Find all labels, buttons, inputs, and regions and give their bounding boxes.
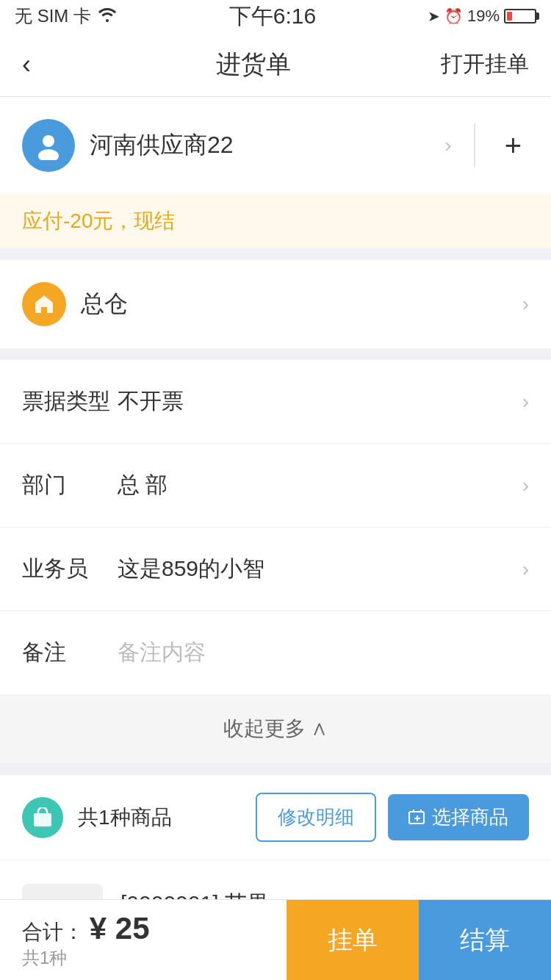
warehouse-chevron-icon: › (522, 292, 529, 316)
warning-text: 应付-20元，现结 (22, 209, 175, 232)
form-section: 票据类型 不开票 › 部门 总 部 › 业务员 这是859的小智 › 备注 备注… (0, 360, 551, 694)
svg-rect-3 (34, 813, 51, 826)
remark-row[interactable]: 备注 备注内容 (0, 611, 551, 694)
battery-percent: 19% (467, 7, 500, 26)
invoice-row[interactable]: 票据类型 不开票 › (0, 360, 551, 444)
products-header: 共1种商品 修改明细 选择商品 (0, 775, 551, 860)
products-count: 共1种商品 (78, 804, 256, 832)
content: 河南供应商22 › + 应付-20元，现结 总仓 › 票据类型 不开票 › 部门… (0, 97, 551, 980)
supplier-divider (474, 123, 475, 167)
collapse-row[interactable]: 收起更多 ∧ (0, 694, 551, 763)
svg-rect-2 (41, 307, 47, 313)
products-icon (22, 797, 63, 838)
hang-button[interactable]: 挂单 (287, 900, 419, 981)
supplier-section: 河南供应商22 › + (0, 97, 551, 194)
wifi-icon (97, 6, 118, 26)
status-bar: 无 SIM 卡 下午6:16 ➤ ⏰ 19% (0, 0, 551, 32)
sales-value: 这是859的小智 (118, 554, 522, 584)
invoice-chevron-icon: › (522, 390, 529, 414)
supplier-chevron-icon: › (444, 134, 451, 157)
bottom-total: 合计： ¥ 25 共1种 (0, 911, 287, 970)
open-hang-button[interactable]: 打开挂单 (441, 49, 529, 79)
sales-chevron-icon: › (522, 558, 529, 581)
add-supplier-button[interactable]: + (497, 129, 529, 162)
nav-title: 进货单 (216, 48, 291, 82)
carrier-label: 无 SIM 卡 (15, 4, 91, 28)
checkout-button[interactable]: 结算 (419, 900, 551, 981)
dept-value: 总 部 (118, 470, 522, 500)
total-count: 共1种 (22, 946, 264, 970)
nav-bar: ‹ 进货单 打开挂单 (0, 32, 551, 97)
svg-point-1 (38, 149, 59, 160)
location-icon: ➤ (428, 7, 440, 25)
warehouse-icon (22, 282, 66, 326)
battery-icon (504, 9, 536, 24)
supplier-row[interactable]: 河南供应商22 › + (0, 97, 551, 194)
warehouse-row[interactable]: 总仓 › (0, 260, 551, 348)
back-button[interactable]: ‹ (22, 49, 66, 80)
bottom-bar: 合计： ¥ 25 共1种 挂单 结算 (0, 899, 551, 980)
sales-row[interactable]: 业务员 这是859的小智 › (0, 527, 551, 611)
supplier-avatar (22, 119, 75, 172)
dept-chevron-icon: › (522, 474, 529, 497)
select-product-label: 选择商品 (432, 804, 508, 830)
warning-banner: 应付-20元，现结 (0, 194, 551, 248)
select-product-button[interactable]: 选择商品 (388, 794, 529, 840)
alarm-icon: ⏰ (444, 7, 463, 25)
dept-row[interactable]: 部门 总 部 › (0, 444, 551, 527)
modify-details-button[interactable]: 修改明细 (256, 793, 376, 842)
remark-input[interactable]: 备注内容 (118, 638, 529, 668)
total-row: 合计： ¥ 25 (22, 911, 264, 946)
collapse-label: 收起更多 ∧ (223, 715, 328, 743)
dept-label: 部门 (22, 470, 118, 500)
svg-point-0 (43, 135, 54, 147)
status-left: 无 SIM 卡 (15, 4, 118, 28)
sales-label: 业务员 (22, 554, 118, 584)
status-right: ➤ ⏰ 19% (428, 7, 536, 26)
supplier-name: 河南供应商22 (90, 129, 444, 162)
invoice-value: 不开票 (118, 386, 522, 417)
warehouse-name: 总仓 (81, 288, 522, 320)
total-amount: ¥ 25 (90, 911, 150, 945)
total-label: 合计： (22, 920, 84, 943)
invoice-label: 票据类型 (22, 386, 118, 417)
status-time: 下午6:16 (229, 1, 316, 32)
remark-label: 备注 (22, 638, 118, 668)
